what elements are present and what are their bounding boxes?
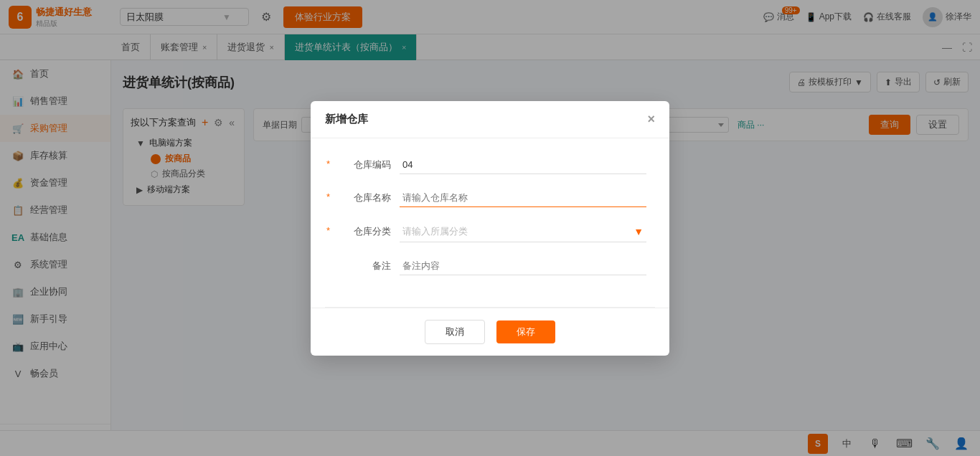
modal-body: 仓库编码 仓库名称 仓库分类 请输入所属分类 ▼ 备注 (311, 138, 669, 307)
form-label-remark: 备注 (334, 260, 391, 272)
form-row-code: 仓库编码 (334, 156, 646, 174)
warehouse-code-input[interactable] (400, 156, 646, 174)
select-arrow-icon: ▼ (633, 226, 644, 237)
warehouse-name-input[interactable] (400, 189, 646, 207)
modal-header: 新增仓库 × (311, 101, 669, 138)
modal-new-warehouse: 新增仓库 × 仓库编码 仓库名称 仓库分类 请输入所属分类 ▼ (311, 101, 669, 356)
form-row-category: 仓库分类 请输入所属分类 ▼ (334, 222, 646, 242)
form-label-name: 仓库名称 (334, 191, 391, 204)
form-label-category: 仓库分类 (334, 225, 391, 238)
warehouse-remark-input[interactable] (400, 257, 646, 275)
warehouse-category-select[interactable]: 请输入所属分类 ▼ (400, 222, 646, 242)
form-label-code: 仓库编码 (334, 158, 391, 171)
modal-title: 新增仓库 (325, 113, 368, 126)
modal-close-btn[interactable]: × (647, 113, 655, 125)
save-button[interactable]: 保存 (496, 320, 555, 343)
modal-overlay: 新增仓库 × 仓库编码 仓库名称 仓库分类 请输入所属分类 ▼ (0, 0, 980, 456)
form-row-remark: 备注 (334, 257, 646, 275)
form-row-name: 仓库名称 (334, 189, 646, 207)
cancel-button[interactable]: 取消 (425, 320, 485, 344)
modal-footer: 取消 保存 (311, 308, 669, 356)
